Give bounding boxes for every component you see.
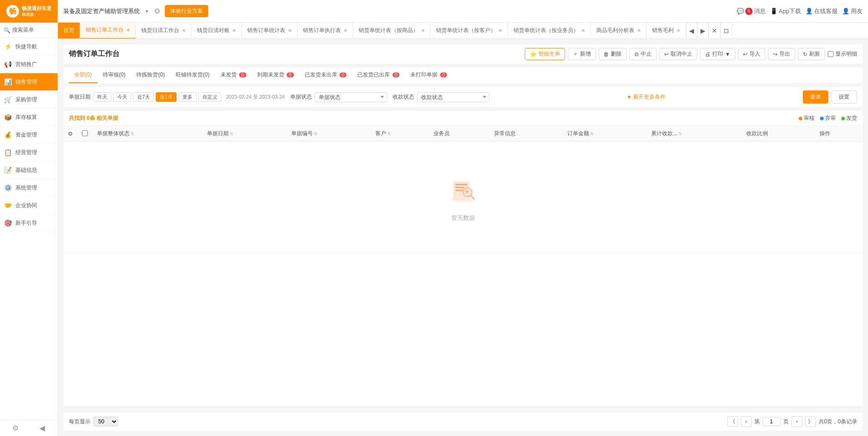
sidebar-item-inventory[interactable]: 📦 库存核算: [0, 109, 58, 126]
collapse-btn[interactable]: ◀: [31, 424, 54, 432]
sidebar-item-finance[interactable]: 💰 资金管理: [0, 126, 58, 144]
search-menu[interactable]: 🔍 搜索菜单: [0, 23, 58, 38]
sales-stat-tab-close[interactable]: ✕: [288, 28, 292, 33]
date-yesterday-btn[interactable]: 昨天: [93, 92, 111, 102]
tab-sales-exec[interactable]: 销售订单执行表 ✕: [297, 23, 353, 39]
tab-cash-reconcile[interactable]: 钱货日清对账 ✕: [192, 23, 242, 39]
show-detail-checkbox[interactable]: 显示明细: [828, 50, 857, 58]
sort-collected[interactable]: 累计收款... ⇅: [651, 130, 737, 137]
tab-sales-order[interactable]: 销售订单工作台 ✕: [80, 23, 136, 39]
subtab-overdue[interactable]: 到期未发货 0: [252, 67, 299, 83]
show-detail-input[interactable]: [828, 51, 834, 57]
status-filter-select[interactable]: 单据状态: [315, 92, 387, 102]
sort-status[interactable]: 单据整体状态 ⇅: [97, 130, 198, 137]
tab-cash-daily[interactable]: 钱货日清工作台 ✕: [136, 23, 192, 39]
subtab-shipped-not-warehouse[interactable]: 已发货未出库 0: [299, 67, 352, 83]
subtab-pending-review[interactable]: 待审核(0): [97, 67, 131, 83]
tab-scroll-right[interactable]: ▶: [697, 23, 709, 39]
filter-area: 单据日期 昨天 今天 近7天 近1月 更多 自定义 2023-02-24 至 2…: [63, 87, 863, 107]
tab-scroll-left[interactable]: ◀: [686, 23, 697, 39]
sidebar-item-quick-nav[interactable]: ⚡ 快捷导航: [0, 38, 58, 56]
tab-sales-profit[interactable]: 销售毛利 ✕: [647, 23, 686, 39]
table-scroll[interactable]: ⚙ 单据整体状态 ⇅ 单据日期 ⇅: [63, 126, 863, 407]
new-btn[interactable]: ＋ 新增: [568, 48, 596, 60]
sidebar-item-cooperation[interactable]: 🤝 企业协同: [0, 197, 58, 214]
experience-btn[interactable]: 体验行业方案: [165, 5, 208, 17]
review-quick-action[interactable]: 审核: [799, 114, 815, 122]
sales-order-tab-close[interactable]: ✕: [126, 28, 130, 33]
tab-home[interactable]: 首页: [58, 23, 80, 39]
tab-sales-staff-stat[interactable]: 销货单统计表（按业务员） ✕: [508, 23, 591, 39]
subtab-pending-inspect[interactable]: 待拣验货(0): [131, 67, 170, 83]
cancel-stop-btn[interactable]: ↩ 取消中止: [659, 48, 697, 60]
cash-daily-tab-close[interactable]: ✕: [182, 28, 186, 33]
user-btn[interactable]: 👤 用友: [842, 7, 863, 15]
select-all-checkbox[interactable]: [82, 130, 88, 136]
tab-sales-product-stat[interactable]: 销货单统计表（按商品） ✕: [353, 23, 431, 39]
horizontal-scrollbar[interactable]: [63, 407, 863, 412]
expand-filter-btn[interactable]: ▼ 展开更多条件: [627, 93, 666, 101]
quick-nav-icon: ⚡: [4, 43, 12, 51]
sidebar-item-system[interactable]: ⚙️ 系统管理: [0, 179, 58, 197]
subtab-wangpu[interactable]: 旺铺待发货(0): [170, 67, 215, 83]
subtab-shipped-warehouse[interactable]: 已发货已出库 0: [352, 67, 405, 83]
sidebar-item-sales[interactable]: 📊 销售管理: [0, 73, 58, 91]
th-checkbox[interactable]: [77, 126, 92, 142]
date-1month-btn[interactable]: 近1月: [156, 92, 177, 102]
page-first-btn[interactable]: 《: [727, 416, 738, 427]
sort-number[interactable]: 单据编号 ⇅: [291, 130, 366, 137]
delete-btn[interactable]: 🗑 删除: [599, 48, 627, 60]
sales-exec-tab-close[interactable]: ✕: [344, 28, 347, 33]
tab-maximize[interactable]: ⊡: [720, 23, 732, 39]
gross-margin-tab-close[interactable]: ✕: [637, 28, 641, 33]
sidebar-item-purchase[interactable]: 🛒 采购管理: [0, 91, 58, 109]
unreviewed-quick-action[interactable]: 弃审: [820, 114, 836, 122]
sort-customer[interactable]: 客户 ⇅: [375, 130, 425, 137]
message-btn[interactable]: 💬 6 消息: [737, 7, 766, 15]
payment-filter-select[interactable]: 收款状态: [417, 92, 489, 102]
subtab-not-printed[interactable]: 未打印单据 0: [405, 67, 452, 83]
sidebar-item-label: 系统管理: [15, 184, 37, 192]
sales-profit-tab-close[interactable]: ✕: [676, 28, 680, 33]
sales-customer-stat-tab-close[interactable]: ✕: [499, 28, 502, 33]
ship-quick-action[interactable]: 发货: [841, 114, 857, 122]
page-last-btn[interactable]: 》: [805, 416, 816, 427]
import-btn[interactable]: ↩ 导入: [738, 48, 765, 60]
date-today-btn[interactable]: 今天: [113, 92, 131, 102]
sidebar-item-operations[interactable]: 📋 经营管理: [0, 144, 58, 161]
smart-order-btn[interactable]: ⭐ 智能生单: [525, 48, 565, 60]
set-btn[interactable]: 设置: [831, 90, 857, 104]
page-input[interactable]: [762, 417, 781, 426]
stop-btn[interactable]: ⊘ 中止: [629, 48, 657, 60]
cash-reconcile-tab-close[interactable]: ✕: [232, 28, 236, 33]
sort-amount[interactable]: 订单金额 ⇅: [567, 130, 643, 137]
subtab-all[interactable]: 全部(0): [69, 67, 97, 83]
page-next-btn[interactable]: ›: [791, 416, 802, 427]
settings-icon[interactable]: ⚙: [154, 7, 160, 15]
query-btn[interactable]: 查询: [803, 90, 828, 104]
sidebar-item-basic-info[interactable]: 📝 基础信息: [0, 161, 58, 179]
app-download-btn[interactable]: 📱 App下载: [770, 7, 801, 15]
sidebar-item-guide[interactable]: 🎯 新手引导: [0, 214, 58, 232]
date-more-btn[interactable]: 更多: [178, 92, 197, 102]
tab-close-all[interactable]: ✕: [709, 23, 720, 39]
tab-gross-margin[interactable]: 商品毛利分析表 ✕: [591, 23, 647, 39]
settings-bottom-btn[interactable]: ⚙: [4, 424, 27, 432]
sidebar-item-marketing[interactable]: 📢 营销推广: [0, 56, 58, 73]
tab-sales-stat[interactable]: 销售订单统计表 ✕: [242, 23, 297, 39]
table-header: ⚙ 单据整体状态 ⇅ 单据日期 ⇅: [63, 126, 863, 142]
page-size-select[interactable]: 50 10 20 100: [93, 417, 118, 427]
date-7days-btn[interactable]: 近7天: [133, 92, 154, 102]
sort-date[interactable]: 单据日期 ⇅: [207, 130, 282, 137]
th-settings[interactable]: ⚙: [63, 126, 77, 142]
refresh-btn[interactable]: ↻ 刷新: [798, 48, 825, 60]
page-prev-btn[interactable]: ‹: [741, 416, 752, 427]
export-btn[interactable]: ↪ 导出: [768, 48, 795, 60]
print-btn[interactable]: 🖨 打印 ▼: [700, 48, 735, 60]
subtab-not-shipped[interactable]: 未发货 0: [215, 67, 252, 83]
date-custom-btn[interactable]: 自定义: [198, 92, 221, 102]
sales-product-stat-tab-close[interactable]: ✕: [421, 28, 425, 33]
online-service-btn[interactable]: 👤 在线客服: [806, 7, 838, 15]
tab-sales-customer-stat[interactable]: 销货单统计表（按客户） ✕: [431, 23, 508, 39]
sales-staff-stat-tab-close[interactable]: ✕: [581, 28, 585, 33]
